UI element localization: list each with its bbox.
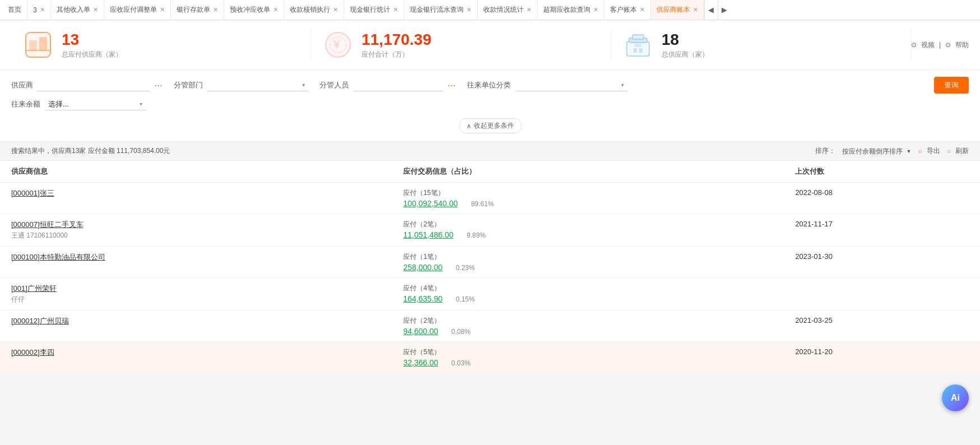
tab-cash-bank-flow[interactable]: 现金银行流水查询 ✕ xyxy=(404,0,478,20)
top-right-links: ⊙ 视频 | ⊙ 帮助 xyxy=(911,40,969,50)
nav-arrow-left[interactable]: ◀ xyxy=(704,0,718,20)
percent-value: 0.23% xyxy=(456,264,475,272)
supplier-link[interactable]: [000002]李四 xyxy=(11,348,54,356)
sort-select-wrap: 按应付余额倒序排序 xyxy=(842,147,912,155)
balance-select[interactable]: 选择... xyxy=(45,98,146,110)
supplier-input[interactable] xyxy=(38,79,150,91)
person-input[interactable] xyxy=(353,79,443,91)
supplier-link[interactable]: [000007]恒旺二手叉车 xyxy=(11,220,84,229)
tab-overdue-receivable[interactable]: 超期应收款查询 ✕ xyxy=(538,0,604,20)
dept-select[interactable] xyxy=(207,79,308,91)
close-tab-cash-bank-stats[interactable]: ✕ xyxy=(393,6,398,13)
filter-balance: 往来余额 选择... xyxy=(11,98,146,110)
category-select[interactable] xyxy=(515,79,627,91)
supplier-link[interactable]: [000001]张三 xyxy=(11,189,54,197)
tab-3[interactable]: 3 ✕ xyxy=(27,0,51,20)
video-link[interactable]: 视频 xyxy=(921,40,935,50)
supplier-ellipsis[interactable]: ··· xyxy=(154,80,163,90)
top-navigation: 首页 3 ✕ 其他收入单 ✕ 应收应付调整单 ✕ 银行存款单 ✕ 预收冲应收单 … xyxy=(0,0,980,20)
close-tab-other-income[interactable]: ✕ xyxy=(93,6,98,13)
close-tab-customer-ledger[interactable]: ✕ xyxy=(640,6,645,13)
last-payment-date: 2020-11-20 xyxy=(795,347,833,356)
nav-arrow-right[interactable]: ▶ xyxy=(718,0,731,20)
last-payment-cell xyxy=(784,278,980,310)
tab-bank-deposit[interactable]: 银行存款单 ✕ xyxy=(171,0,224,20)
close-tab-cash-bank-flow[interactable]: ✕ xyxy=(466,6,471,13)
percent-value: 0.15% xyxy=(456,295,475,303)
transaction-note: 应付（5笔） xyxy=(403,347,773,357)
last-payment-cell: 2021-03-25 xyxy=(784,310,980,342)
close-tab-advance-receive[interactable]: ✕ xyxy=(273,6,278,13)
refresh-button[interactable]: 刷新 xyxy=(947,146,969,156)
sort-area: 排序： 按应付余额倒序排序 导出 刷新 xyxy=(815,146,969,156)
divider: | xyxy=(939,41,941,49)
tab-advance-receive[interactable]: 预收冲应收单 ✕ xyxy=(224,0,284,20)
last-payment-date: 2021-11-17 xyxy=(795,220,833,228)
video-icon: ⊙ xyxy=(911,41,917,49)
filter-area: 供应商 ··· 分管部门 分管人员 ··· 往来单位分类 查询 xyxy=(0,70,980,142)
tab-customer-ledger[interactable]: 客户账本 ✕ xyxy=(604,0,651,20)
close-tab-3[interactable]: ✕ xyxy=(40,6,45,13)
amount-value[interactable]: 164,635.90 xyxy=(403,294,442,303)
supplier-table: 供应商信息 应付交易信息（占比） 上次付数 [000001]张三 应付（15笔）… xyxy=(0,161,980,373)
help-link[interactable]: 帮助 xyxy=(955,40,969,50)
filter-supplier: 供应商 ··· xyxy=(11,79,163,91)
amount-value[interactable]: 94,600.00 xyxy=(403,327,438,336)
close-tab-overdue-receivable[interactable]: ✕ xyxy=(593,6,598,13)
total-supplier-text: 18 总供应商（家） xyxy=(662,30,709,60)
amount-value[interactable]: 32,366.00 xyxy=(403,358,438,367)
supplier-info-cell: [000100]本特勤油品有限公司 xyxy=(0,247,392,278)
person-ellipsis[interactable]: ··· xyxy=(447,80,456,90)
last-payment-date: 2022-08-08 xyxy=(795,188,833,197)
supplier-count-text: 13 总应付供应商（家） xyxy=(62,30,122,60)
transaction-note: 应付（15笔） xyxy=(403,188,773,198)
tab-other-income[interactable]: 其他收入单 ✕ xyxy=(51,0,104,20)
tab-ap-adjustment[interactable]: 应收应付调整单 ✕ xyxy=(104,0,171,20)
supplier-link[interactable]: [000100]本特勤油品有限公司 xyxy=(11,253,105,261)
filter-dept: 分管部门 xyxy=(174,79,308,91)
close-tab-supplier-ledger[interactable]: ✕ xyxy=(693,6,698,13)
table-row: [000001]张三 应付（15笔） 100,092,540.00 89.61%… xyxy=(0,183,980,214)
table-row: [000007]恒旺二手叉车王通 17106110000 应付（2笔） 11,0… xyxy=(0,214,980,247)
amount-value[interactable]: 11,051,486.00 xyxy=(403,230,454,239)
export-button[interactable]: 导出 xyxy=(918,146,940,156)
transaction-info-cell: 应付（2笔） 11,051,486.00 9.89% xyxy=(392,214,784,247)
search-button[interactable]: 查询 xyxy=(934,77,969,94)
sort-select[interactable]: 按应付余额倒序排序 xyxy=(842,147,912,155)
supplier-link[interactable]: [001]广州荣轩 xyxy=(11,284,57,293)
sort-label: 排序： xyxy=(815,146,835,156)
collapse-button[interactable]: 收起更多条件 xyxy=(459,118,521,133)
transaction-note: 应付（2笔） xyxy=(403,316,773,326)
summary-card-ap-total: ¥ 11,170.39 应付合计（万） xyxy=(311,29,611,61)
summary-area: 13 总应付供应商（家） ¥ 11,170.39 应付合计（万） xyxy=(0,20,980,70)
supplier-info-cell: [000012]广州贝瑞 xyxy=(0,310,392,342)
tab-home[interactable]: 首页 xyxy=(2,0,27,20)
last-payment-cell: 2022-08-08 xyxy=(784,183,980,214)
supplier-info-cell: [001]广州荣轩仔仔 xyxy=(0,278,392,310)
dept-label: 分管部门 xyxy=(174,80,203,90)
total-supplier-icon xyxy=(622,29,654,61)
ap-total-text: 11,170.39 应付合计（万） xyxy=(362,30,432,60)
close-tab-bank-deposit[interactable]: ✕ xyxy=(213,6,218,13)
summary-card-total-suppliers: 18 总供应商（家） xyxy=(611,29,911,61)
close-tab-collection-stats[interactable]: ✕ xyxy=(526,6,531,13)
tab-supplier-ledger[interactable]: 供应商账本 ✕ xyxy=(651,0,704,20)
table-row: [001]广州荣轩仔仔 应付（4笔） 164,635.90 0.15% xyxy=(0,278,980,310)
close-tab-collection-execute[interactable]: ✕ xyxy=(333,6,338,13)
dept-select-wrap xyxy=(207,79,308,91)
filter-person: 分管人员 ··· xyxy=(320,79,456,91)
last-payment-cell: 2023-01-30 xyxy=(784,247,980,278)
transaction-note: 应付（4笔） xyxy=(403,284,773,293)
tab-collection-execute[interactable]: 收款核销执行 ✕ xyxy=(284,0,344,20)
amount-value[interactable]: 100,092,540.00 xyxy=(403,199,457,208)
tab-cash-bank-stats[interactable]: 现金银行统计 ✕ xyxy=(344,0,404,20)
results-summary: 搜索结果中，供应商13家 应付金额 111,703,854.00元 xyxy=(11,146,170,156)
ap-total-icon: ¥ xyxy=(322,29,354,61)
category-label: 往来单位分类 xyxy=(467,80,511,90)
amount-value[interactable]: 258,000.00 xyxy=(403,263,442,272)
close-tab-ap-adjustment[interactable]: ✕ xyxy=(160,6,165,13)
tab-collection-stats[interactable]: 收款情况统计 ✕ xyxy=(478,0,538,20)
svg-rect-9 xyxy=(632,35,644,39)
supplier-link[interactable]: [000012]广州贝瑞 xyxy=(11,317,69,325)
percent-value: 0.08% xyxy=(451,328,470,336)
